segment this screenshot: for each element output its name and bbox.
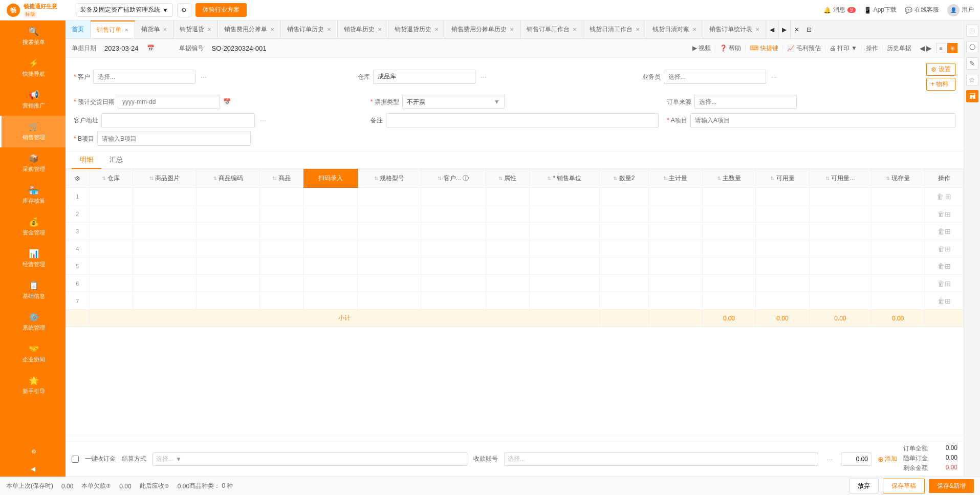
row3-image[interactable] — [133, 223, 196, 240]
col-settings[interactable]: ⚙ — [66, 169, 90, 188]
row7-qty2[interactable] — [599, 292, 648, 310]
tab-close-cash-reconcile[interactable]: ✕ — [692, 27, 696, 32]
right-panel-btn-1[interactable]: □ — [966, 25, 978, 37]
print-btn[interactable]: 🖨 打印 ▼ — [830, 44, 857, 53]
tab-close-expense[interactable]: ✕ — [270, 27, 274, 32]
warehouse-value[interactable]: 成品库 — [373, 70, 475, 84]
sidebar-item-purchase[interactable]: 📦 采购管理 — [0, 147, 66, 179]
remark-input[interactable] — [386, 113, 659, 127]
row6-unit[interactable] — [529, 275, 599, 292]
save-draft-button[interactable]: 保存草稿 — [883, 479, 925, 493]
row2-scan[interactable] — [303, 205, 358, 223]
row4-delete-btn[interactable]: 🗑 — [938, 245, 945, 253]
payment-amount-input[interactable] — [841, 453, 872, 466]
col-attr[interactable]: ⇅ 属性 — [486, 169, 529, 188]
row3-cust-code[interactable] — [421, 223, 486, 240]
customer-input[interactable] — [93, 70, 195, 84]
warehouse-more-icon[interactable]: ··· — [478, 73, 489, 81]
row3-attr[interactable] — [486, 223, 529, 240]
tab-close-sales-stats[interactable]: ✕ — [755, 27, 759, 32]
address-more-icon[interactable]: ··· — [258, 116, 268, 124]
tab-close-sales-order[interactable]: ✕ — [124, 27, 128, 33]
settings-button[interactable]: ⚙ — [177, 3, 191, 17]
row3-main-unit[interactable] — [648, 223, 702, 240]
tab-sales-return[interactable]: 销货退货 ✕ — [173, 20, 218, 39]
nav-next-icon[interactable]: ▶ — [926, 44, 932, 52]
project-a-input[interactable] — [690, 113, 955, 127]
row4-warehouse[interactable] — [89, 240, 133, 257]
row5-spec[interactable] — [357, 257, 421, 275]
row1-spec[interactable] — [357, 188, 421, 205]
right-panel-btn-4[interactable]: ☆ — [966, 74, 978, 86]
tab-summary[interactable]: 汇总 — [101, 152, 131, 169]
row2-warehouse[interactable] — [89, 205, 133, 223]
row7-image[interactable] — [133, 292, 196, 310]
row2-unit[interactable] — [529, 205, 599, 223]
shortcut-btn[interactable]: ⌨ 快捷键 — [750, 44, 778, 53]
row7-main-unit[interactable] — [648, 292, 702, 310]
grid-form-btn[interactable]: ⊞ — [947, 43, 957, 53]
row2-attr[interactable] — [486, 205, 529, 223]
row1-image[interactable] — [133, 188, 196, 205]
row4-main-unit[interactable] — [648, 240, 702, 257]
history-order-btn[interactable]: 历史单据 — [887, 44, 911, 53]
row6-available2[interactable] — [809, 275, 871, 292]
row2-name[interactable] — [260, 205, 303, 223]
account-more-icon[interactable]: ··· — [824, 455, 835, 463]
col-image[interactable]: ⇅ 商品图片 — [133, 169, 196, 188]
row6-copy-btn[interactable]: ⊞ — [945, 279, 951, 288]
row7-name[interactable] — [260, 292, 303, 310]
row2-stock[interactable] — [871, 205, 925, 223]
system-selector[interactable]: 装备及固定资产辅助管理系统 ▼ — [76, 3, 173, 17]
tab-detail[interactable]: 明细 — [72, 152, 101, 169]
sidebar-item-search[interactable]: 🔍 搜索菜单 — [0, 20, 66, 52]
row3-code[interactable] — [196, 223, 259, 240]
staff-input[interactable] — [664, 70, 766, 84]
row6-name[interactable] — [260, 275, 303, 292]
settings-btn[interactable]: ⚙ 设置 — [926, 63, 955, 76]
table-scroll-bar[interactable] — [66, 435, 964, 441]
row1-stock[interactable] — [871, 188, 925, 205]
sidebar-item-cooperation[interactable]: 🤝 企业协同 — [0, 338, 66, 370]
one-click-checkbox[interactable] — [72, 456, 79, 463]
row7-delete-btn[interactable]: 🗑 — [938, 297, 945, 305]
row2-code[interactable] — [196, 205, 259, 223]
tab-close-expense-history[interactable]: ✕ — [510, 27, 514, 32]
sidebar-item-marketing[interactable]: 📢 营销推广 — [0, 84, 66, 116]
col-code[interactable]: ⇅ 商品编码 — [196, 169, 259, 188]
row6-code[interactable] — [196, 275, 259, 292]
col-main-unit[interactable]: ⇅ 主计量 — [648, 169, 702, 188]
tab-return-history[interactable]: 销货退货历史 ✕ — [388, 20, 445, 39]
row1-name[interactable] — [260, 188, 303, 205]
app-download-btn[interactable]: 📱 App下载 — [864, 6, 897, 14]
method-select[interactable]: 选择... ▼ — [153, 453, 467, 466]
row1-code[interactable] — [196, 188, 259, 205]
right-panel-btn-3[interactable]: ✎ — [966, 57, 978, 70]
tab-sales-order[interactable]: 销售订单 ✕ — [91, 20, 135, 39]
tab-order-history[interactable]: 销售订单历史 ✕ — [281, 20, 338, 39]
right-panel-btn-2[interactable]: ⎔ — [966, 41, 978, 53]
plan-button[interactable]: 体验行业方案 — [195, 3, 247, 17]
row2-qty2[interactable] — [599, 205, 648, 223]
row6-cust-code[interactable] — [421, 275, 486, 292]
sidebar-collapse-btn[interactable]: ◀ — [0, 461, 66, 477]
row3-copy-btn[interactable]: ⊞ — [945, 227, 951, 235]
row4-scan[interactable] — [303, 240, 358, 257]
tab-close-invoice-history[interactable]: ✕ — [378, 27, 382, 32]
row7-code[interactable] — [196, 292, 259, 310]
user-menu-btn[interactable]: 👤 用户 — [947, 4, 974, 16]
staff-more-icon[interactable]: ··· — [769, 73, 779, 81]
row2-main-qty[interactable] — [702, 205, 756, 223]
col-name[interactable]: ⇅ 商品 — [260, 169, 303, 188]
row7-unit[interactable] — [529, 292, 599, 310]
row5-copy-btn[interactable]: ⊞ — [945, 262, 951, 270]
row5-delete-btn[interactable]: 🗑 — [938, 262, 945, 270]
sidebar-item-operations[interactable]: 📊 经营管理 — [0, 243, 66, 274]
tab-home[interactable]: 首页 — [66, 20, 91, 39]
row4-available[interactable] — [756, 240, 810, 257]
abandon-button[interactable]: 放弃 — [849, 479, 879, 493]
row5-available[interactable] — [756, 257, 810, 275]
row6-available[interactable] — [756, 275, 810, 292]
col-customer-code[interactable]: ⇅ 客户... ⓘ — [421, 169, 486, 188]
row1-main-qty[interactable] — [702, 188, 756, 205]
